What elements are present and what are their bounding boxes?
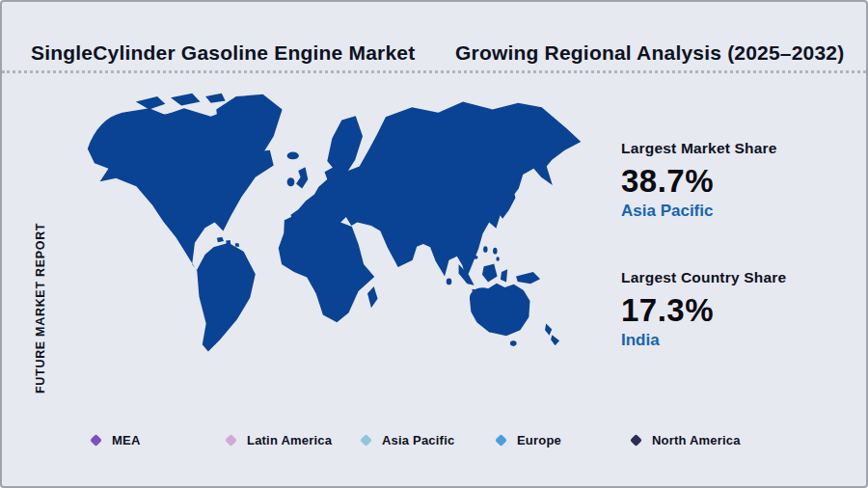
legend-dot-icon <box>360 434 372 447</box>
world-map-svg <box>85 87 621 393</box>
stat-region: India <box>621 331 853 350</box>
map-new-zealand <box>545 323 559 345</box>
map-sri-lanka <box>447 279 452 285</box>
legend-label: MEA <box>112 433 141 447</box>
map-borneo <box>482 264 498 283</box>
map-iceland <box>287 152 299 160</box>
dotted-divider <box>2 70 866 73</box>
page-title: SingleCylinder Gasoline Engine Market <box>31 41 415 65</box>
map-hainan <box>474 256 477 259</box>
map-south-america <box>197 243 256 352</box>
map-taiwan <box>483 246 487 253</box>
legend-item-north-america: North America <box>632 433 741 447</box>
legend-dot-icon <box>630 434 642 447</box>
map-madagascar <box>367 286 378 308</box>
legend-item-latin-america: Latin America <box>227 433 332 447</box>
stat-largest-market-share: Largest Market Share 38.7% Asia Pacific <box>621 140 853 221</box>
map-africa <box>279 211 375 322</box>
map-sulawesi <box>501 269 507 282</box>
legend-label: Asia Pacific <box>382 433 454 447</box>
map-new-guinea <box>516 272 540 284</box>
infographic-canvas: SingleCylinder Gasoline Engine Market Gr… <box>0 0 868 488</box>
legend-dot-icon <box>90 434 102 447</box>
legend-label: Latin America <box>247 433 332 447</box>
stat-label: Largest Market Share <box>621 140 853 157</box>
stat-label: Largest Country Share <box>621 269 853 286</box>
page-subtitle: Growing Regional Analysis (2025–2032) <box>455 41 844 65</box>
stat-value: 17.3% <box>621 292 853 329</box>
legend-label: North America <box>652 433 741 447</box>
stat-region: Asia Pacific <box>621 202 853 221</box>
legend-dot-icon <box>495 434 507 447</box>
legend-label: Europe <box>517 433 561 447</box>
legend-item-mea: MEA <box>92 433 141 447</box>
brand-watermark: FUTURE MARKET REPORT <box>34 220 47 395</box>
stat-largest-country-share: Largest Country Share 17.3% India <box>621 269 853 350</box>
legend-dot-icon <box>225 434 237 447</box>
map-philippines-south <box>496 257 499 260</box>
stat-value: 38.7% <box>621 163 853 200</box>
world-map <box>85 87 621 393</box>
map-tasmania <box>510 340 517 346</box>
stats-panel: Largest Market Share 38.7% Asia Pacific … <box>621 140 853 350</box>
map-united-kingdom <box>296 167 308 188</box>
map-australia <box>470 284 530 337</box>
legend-item-europe: Europe <box>497 433 561 447</box>
map-philippines-north <box>493 248 497 255</box>
world-map-landmass <box>88 94 582 352</box>
legend-item-asia-pacific: Asia Pacific <box>362 433 454 447</box>
map-ireland <box>287 177 295 186</box>
